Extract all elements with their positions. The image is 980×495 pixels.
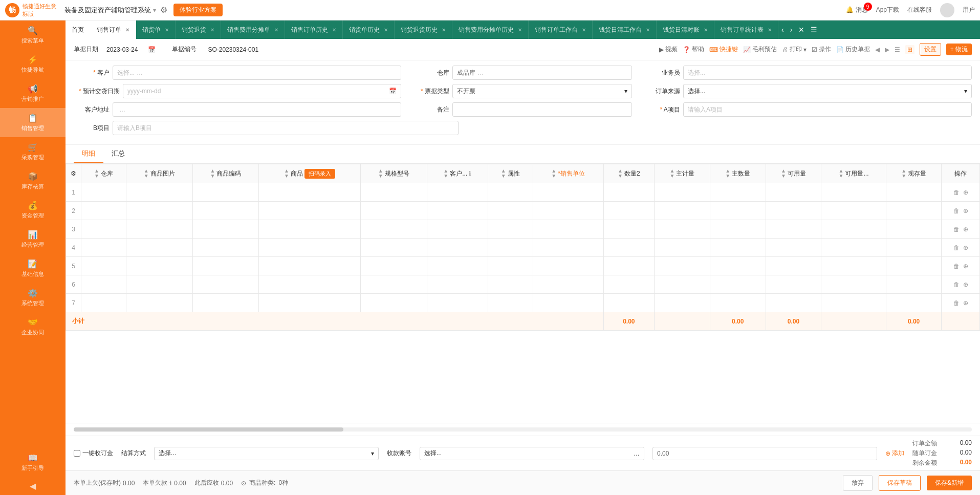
row-4-customer-no[interactable] bbox=[427, 239, 488, 257]
row-6-product[interactable] bbox=[259, 275, 360, 294]
row-1-unit[interactable] bbox=[533, 183, 603, 202]
tab-workbench[interactable]: 销售订单工作台 ✕ bbox=[529, 20, 593, 39]
sort-icon-current-qty[interactable]: ▲▼ bbox=[901, 168, 906, 179]
row-5-main-unit[interactable] bbox=[655, 257, 710, 275]
settings-button[interactable]: 设置 bbox=[920, 43, 941, 56]
profit-action[interactable]: 📈 毛利预估 bbox=[743, 45, 777, 54]
row-1-main-unit[interactable] bbox=[655, 183, 710, 202]
tab-close-expense-history[interactable]: ✕ bbox=[518, 27, 522, 33]
row-2-spec[interactable] bbox=[360, 202, 427, 220]
sort-icon-attr[interactable]: ▲▼ bbox=[501, 168, 506, 179]
row-7-available2[interactable] bbox=[821, 294, 886, 312]
row-3-attr[interactable] bbox=[488, 220, 533, 239]
sidebar-item-guide[interactable]: 📖 新手引导 bbox=[0, 448, 66, 477]
row-7-image[interactable] bbox=[126, 294, 192, 312]
row-7-delete-icon[interactable]: 🗑 bbox=[953, 299, 960, 307]
scan-button[interactable]: 扫码录入 bbox=[304, 169, 335, 179]
tab-stats[interactable]: 销售订单统计表 ✕ bbox=[714, 20, 778, 39]
remark-input[interactable] bbox=[452, 102, 632, 117]
tab-close-sales-goods[interactable]: ✕ bbox=[165, 27, 169, 33]
save-new-button[interactable]: 保存&新增 bbox=[927, 476, 972, 490]
row-7-main-qty[interactable] bbox=[710, 294, 766, 312]
row-7-product[interactable] bbox=[259, 294, 360, 312]
row-4-unit[interactable] bbox=[533, 239, 603, 257]
row-5-customer-no[interactable] bbox=[427, 257, 488, 275]
row-2-main-qty[interactable] bbox=[710, 202, 766, 220]
tab-sales-return[interactable]: 销货退货 ✕ bbox=[176, 20, 221, 39]
row-3-delete-icon[interactable]: 🗑 bbox=[953, 226, 960, 233]
payment-method-select[interactable]: 选择... ▾ bbox=[154, 447, 379, 460]
row-1-copy-icon[interactable]: ⊕ bbox=[963, 189, 968, 196]
add-goods-button[interactable]: + 物流 bbox=[946, 44, 972, 55]
tab-close-all-btn[interactable]: ✕ bbox=[795, 26, 808, 34]
row-6-warehouse[interactable] bbox=[81, 275, 126, 294]
one-click-payment-check[interactable]: 一键收订金 bbox=[74, 449, 113, 458]
customer-no-help-icon[interactable]: ℹ bbox=[469, 170, 471, 177]
sort-icon-spec[interactable]: ▲▼ bbox=[378, 168, 383, 179]
row-3-current-qty[interactable] bbox=[886, 220, 942, 239]
one-click-checkbox[interactable] bbox=[74, 450, 80, 457]
row-3-main-qty[interactable] bbox=[710, 220, 766, 239]
sidebar-item-system[interactable]: ⚙️ 系统管理 bbox=[0, 283, 66, 312]
sort-icon-warehouse[interactable]: ▲▼ bbox=[94, 168, 99, 179]
account-dots[interactable]: … bbox=[634, 450, 640, 457]
print-action[interactable]: 🖨 打印 ▾ bbox=[782, 45, 807, 54]
row-2-attr[interactable] bbox=[488, 202, 533, 220]
row-7-unit[interactable] bbox=[533, 294, 603, 312]
app-download-link[interactable]: App下载 bbox=[876, 6, 899, 14]
delivery-calendar-icon[interactable]: 📅 bbox=[389, 88, 397, 95]
sidebar-item-cooperation[interactable]: 🤝 企业协同 bbox=[0, 312, 66, 341]
tab-reconcile[interactable]: 钱货日清对账 ✕ bbox=[657, 20, 714, 39]
row-2-image[interactable] bbox=[126, 202, 192, 220]
warehouse-input[interactable]: 成品库 … bbox=[452, 66, 632, 80]
sort-icon-main-qty[interactable]: ▲▼ bbox=[725, 168, 730, 179]
row-6-current-qty[interactable] bbox=[886, 275, 942, 294]
row-2-copy-icon[interactable]: ⊕ bbox=[963, 207, 968, 214]
view-action[interactable]: ▶ 视频 bbox=[659, 45, 678, 54]
notification-area[interactable]: 🔔 9 消息 bbox=[846, 6, 867, 14]
tab-close-sales-return[interactable]: ✕ bbox=[210, 27, 214, 33]
row-1-current-qty[interactable] bbox=[886, 183, 942, 202]
row-6-main-unit[interactable] bbox=[655, 275, 710, 294]
row-3-warehouse[interactable] bbox=[81, 220, 126, 239]
current-debt-help-icon[interactable]: ℹ bbox=[169, 480, 172, 487]
row-5-product[interactable] bbox=[259, 257, 360, 275]
sidebar-item-quick-nav[interactable]: ⚡ 快捷导航 bbox=[0, 50, 66, 79]
dropdown-icon[interactable]: ▾ bbox=[153, 7, 156, 14]
row-1-delete-icon[interactable]: 🗑 bbox=[953, 189, 960, 196]
row-5-available[interactable] bbox=[766, 257, 821, 275]
sort-icon-product[interactable]: ▲▼ bbox=[284, 168, 289, 179]
user-label[interactable]: 用户 bbox=[963, 6, 975, 14]
discard-button[interactable]: 放弃 bbox=[843, 475, 873, 491]
tab-close-workbench[interactable]: ✕ bbox=[582, 27, 586, 33]
row-3-product[interactable] bbox=[259, 220, 360, 239]
row-3-customer-no[interactable] bbox=[427, 220, 488, 239]
row-4-qty2[interactable] bbox=[603, 239, 654, 257]
tab-summary[interactable]: 汇总 bbox=[103, 145, 133, 163]
row-7-warehouse[interactable] bbox=[81, 294, 126, 312]
row-4-delete-icon[interactable]: 🗑 bbox=[953, 244, 960, 251]
row-6-attr[interactable] bbox=[488, 275, 533, 294]
row-1-available[interactable] bbox=[766, 183, 821, 202]
tab-close-sales-expense[interactable]: ✕ bbox=[274, 27, 278, 33]
row-3-available2[interactable] bbox=[821, 220, 886, 239]
staff-input[interactable]: 选择... bbox=[683, 66, 972, 80]
row-6-delete-icon[interactable]: 🗑 bbox=[953, 281, 960, 288]
row-4-spec[interactable] bbox=[360, 239, 427, 257]
row-2-delete-icon[interactable]: 🗑 bbox=[953, 207, 960, 214]
row-5-attr[interactable] bbox=[488, 257, 533, 275]
row-5-image[interactable] bbox=[126, 257, 192, 275]
tab-sales-order[interactable]: 首页 bbox=[66, 20, 91, 39]
sidebar-item-search[interactable]: 🔍 搜索菜单 bbox=[0, 20, 66, 50]
row-1-available2[interactable] bbox=[821, 183, 886, 202]
row-6-main-qty[interactable] bbox=[710, 275, 766, 294]
nav-prev-icon[interactable]: ◀ bbox=[875, 46, 880, 53]
row-5-warehouse[interactable] bbox=[81, 257, 126, 275]
tab-close-return-history[interactable]: ✕ bbox=[442, 27, 446, 33]
row-6-code[interactable] bbox=[192, 275, 259, 294]
row-4-available[interactable] bbox=[766, 239, 821, 257]
online-support-link[interactable]: 在线客服 bbox=[907, 6, 932, 14]
row-5-delete-icon[interactable]: 🗑 bbox=[953, 263, 960, 270]
tab-close-goods-history[interactable]: ✕ bbox=[384, 27, 388, 33]
row-4-code[interactable] bbox=[192, 239, 259, 257]
